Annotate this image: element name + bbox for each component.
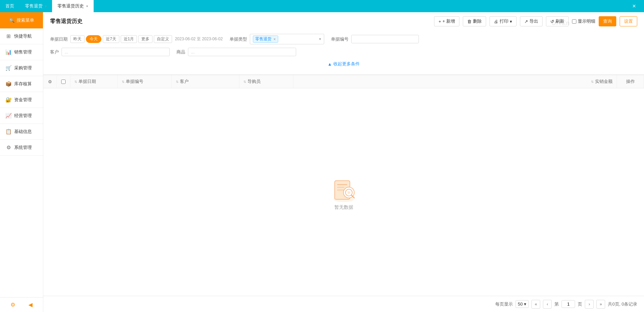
goto-label: 第: [554, 301, 559, 307]
export-button[interactable]: ↗ 导出: [520, 16, 543, 26]
show-detail-toggle[interactable]: 显示明细: [572, 18, 595, 24]
new-button[interactable]: + + 新增: [434, 16, 459, 26]
query-button[interactable]: 查询: [599, 16, 616, 26]
date-filter-label: 单据日期: [50, 36, 68, 42]
sort-up-icon2: ⇅: [122, 80, 124, 84]
last-page-button[interactable]: »: [596, 300, 605, 309]
sort-up-icon3: ⇅: [176, 80, 178, 84]
date-filter-item: 单据日期 昨天 今天 近7天 近1月 更多 自定义 2023-06-02 至 2…: [50, 35, 223, 43]
show-detail-checkbox[interactable]: [572, 19, 576, 24]
sidebar-item-finance[interactable]: 🔐 资金管理: [0, 92, 43, 108]
tab-return-history-close[interactable]: ×: [86, 4, 88, 8]
system-icon: ⚙: [5, 144, 11, 151]
show-detail-label: 显示明细: [578, 18, 595, 24]
customer-filter-label: 客户: [50, 49, 59, 55]
sidebar-item-operations[interactable]: 📈 经营管理: [0, 108, 43, 124]
refresh-icon: ↺: [550, 19, 554, 24]
export-icon: ↗: [524, 19, 528, 24]
filter-row-1: 单据日期 昨天 今天 近7天 近1月 更多 自定义 2023-06-02 至 2…: [50, 34, 637, 44]
th-settings[interactable]: ⚙: [43, 76, 57, 88]
table-settings-icon[interactable]: ⚙: [48, 79, 52, 84]
collapse-filter-label: 收起更多条件: [333, 61, 360, 67]
tab-return-close[interactable]: ×: [45, 4, 47, 8]
settings-button[interactable]: 设置: [620, 16, 637, 26]
th-customer[interactable]: ⇅ 客户: [172, 75, 239, 88]
goods-filter-label: 商品: [176, 49, 185, 55]
date-filter-group: 昨天 今天 近7天 近1月 更多 自定义: [70, 35, 172, 43]
delete-button[interactable]: 🗑 删除: [463, 16, 486, 26]
th-amount[interactable]: ⇅ 实销金额: [293, 75, 617, 88]
prev-page-button[interactable]: ‹: [543, 300, 552, 309]
sidebar-item-label: 销售管理: [14, 49, 32, 55]
date-btn-7days[interactable]: 近7天: [103, 35, 119, 43]
date-btn-more[interactable]: 更多: [138, 35, 152, 43]
sidebar-search[interactable]: 🔍 搜索菜单: [0, 12, 43, 28]
th-no[interactable]: ⇅ 单据编号: [118, 75, 172, 88]
sidebar: 🔍 搜索菜单 ⊞ 快捷导航 📊 销售管理 🛒 采购管理 📦 库存核算 🔐: [0, 12, 43, 312]
settings-label: 设置: [624, 18, 633, 24]
first-page-button[interactable]: «: [531, 300, 540, 309]
filter-area: 单据日期 昨天 今天 近7天 近1月 更多 自定义 2023-06-02 至 2…: [50, 30, 637, 74]
tab-return[interactable]: 零售退货 ×: [20, 0, 52, 12]
basic-info-icon: 📋: [5, 129, 11, 135]
goods-filter-item: 商品 ...: [176, 48, 296, 56]
refresh-button[interactable]: ↺ 刷新: [546, 16, 569, 26]
page-size-label: 每页显示: [495, 301, 513, 307]
page-size-select[interactable]: 50 ▾: [516, 300, 529, 308]
window-close-button[interactable]: ×: [629, 1, 639, 11]
sidebar-item-label: 经营管理: [14, 113, 32, 119]
sort-up-icon4: ⇅: [243, 80, 246, 84]
total-info: 共0页, 0条记录: [608, 301, 637, 307]
tab-home[interactable]: 首页: [0, 0, 20, 12]
settings-bottom-icon[interactable]: ⚙: [10, 302, 15, 308]
page-input[interactable]: [562, 300, 575, 308]
type-dropdown-icon: ▾: [319, 37, 321, 41]
table-header: ⚙ ⇅ 单据日期 ⇅ 单据编号 ⇅ 客户 ⇅: [43, 75, 644, 88]
date-btn-yesterday[interactable]: 昨天: [70, 35, 85, 43]
page-header: 零售退货历史 + + 新增 🗑 删除 🖨 打印 ▾: [43, 12, 644, 75]
page-size-value: 50: [518, 302, 523, 307]
sidebar-item-quick-nav[interactable]: ⊞ 快捷导航: [0, 28, 43, 44]
date-btn-1month[interactable]: 近1月: [121, 35, 137, 43]
date-btn-today[interactable]: 今天: [86, 35, 101, 43]
th-date-label: 单据日期: [78, 79, 96, 85]
sidebar-nav: ⊞ 快捷导航 📊 销售管理 🛒 采购管理 📦 库存核算 🔐 资金管理 📈: [0, 28, 43, 297]
th-date[interactable]: ⇅ 单据日期: [70, 75, 118, 88]
sidebar-item-inventory[interactable]: 📦 库存核算: [0, 76, 43, 92]
th-action: 操作: [617, 75, 644, 88]
svg-point-8: [348, 191, 350, 194]
type-selected-tag: 零售退货 ×: [253, 36, 278, 43]
empty-illustration: [329, 174, 359, 204]
page-unit-label: 页: [578, 301, 582, 307]
sidebar-search-label: 搜索菜单: [17, 17, 34, 23]
search-icon: 🔍: [9, 18, 15, 23]
goods-filter-select[interactable]: ...: [188, 48, 296, 56]
purchase-icon: 🛒: [5, 65, 11, 71]
print-button[interactable]: 🖨 打印 ▾: [490, 16, 517, 26]
order-no-input[interactable]: [351, 35, 419, 43]
empty-text: 暂无数据: [334, 204, 353, 210]
type-remove-icon[interactable]: ×: [273, 37, 276, 42]
date-btn-custom[interactable]: 自定义: [154, 35, 172, 43]
type-filter-select[interactable]: 零售退货 × ▾: [250, 34, 324, 44]
sidebar-item-label: 快捷导航: [14, 33, 32, 39]
th-guide[interactable]: ⇅ 导购员: [239, 75, 293, 88]
sidebar-item-purchase[interactable]: 🛒 采购管理: [0, 60, 43, 76]
sidebar-item-basic-info[interactable]: 📋 基础信息: [0, 124, 43, 140]
new-label: + 新增: [443, 18, 455, 24]
print-arrow-icon: ▾: [510, 19, 512, 24]
operations-icon: 📈: [5, 113, 11, 119]
collapse-sidebar-icon[interactable]: ◀: [28, 302, 32, 308]
content-area: 零售退货历史 + + 新增 🗑 删除 🖨 打印 ▾: [43, 12, 644, 312]
tab-return-history[interactable]: 零售退货历史 ×: [52, 0, 93, 12]
th-customer-label: 客户: [180, 79, 189, 85]
quick-nav-icon: ⊞: [5, 33, 11, 39]
customer-filter-select[interactable]: ...: [62, 48, 170, 56]
select-all-checkbox[interactable]: [61, 80, 66, 84]
top-bar: 首页 零售退货 × 零售退货历史 × ×: [0, 0, 644, 12]
collapse-filter-button[interactable]: ▲ 收起更多条件: [328, 60, 360, 68]
sidebar-item-sales[interactable]: 📊 销售管理: [0, 44, 43, 60]
next-page-button[interactable]: ›: [585, 300, 594, 309]
table-area: ⚙ ⇅ 单据日期 ⇅ 单据编号 ⇅ 客户 ⇅: [43, 75, 644, 296]
sidebar-item-system[interactable]: ⚙ 系统管理: [0, 140, 43, 156]
